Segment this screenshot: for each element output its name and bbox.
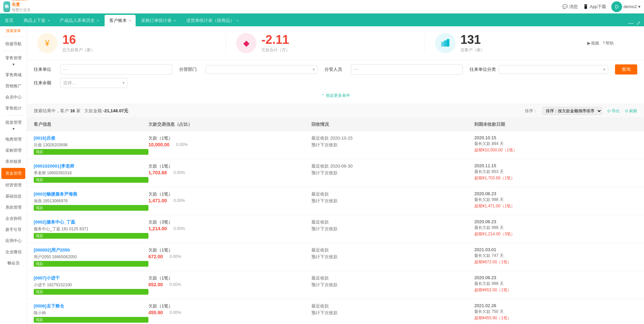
- help-btn[interactable]: ? 帮助: [603, 40, 614, 46]
- app-title: 畅捷通好生意: [12, 0, 30, 7]
- sidebar-item-capital-mgmt[interactable]: 资金管理: [1, 168, 25, 179]
- svg-rect-0: [441, 42, 444, 47]
- table-row: [0007]小进干 小进干 18279152100 现款 欠款（1笔） 652.…: [27, 271, 644, 299]
- tab-home[interactable]: 首页: [0, 15, 18, 26]
- collapse-button[interactable]: ⌃ 收起更多条件: [321, 93, 350, 98]
- export-icon: ⊙: [607, 109, 611, 113]
- tab-products[interactable]: 商品上下架 ×: [19, 15, 54, 26]
- customer-name-2[interactable]: [0003]畅捷服务尹海燕: [34, 191, 148, 197]
- filter-bar: 往来单位 ··· 分管部门 ▾ 分管人员: [27, 60, 644, 104]
- sidebar-item-system-mgmt[interactable]: 系统管理: [0, 202, 27, 213]
- sidebar-item-ecommerce[interactable]: 电商管理: [0, 134, 27, 145]
- maximize-icon[interactable]: ⤢: [636, 20, 641, 26]
- sidebar-item-corp-wechat[interactable]: 企业微信: [0, 246, 27, 258]
- chevron-down-icon: ▾: [638, 4, 641, 9]
- tab-bar: 首页 商品上下架 × 产成品入库单历史 × 客户账本 × 采购订单统计表 × 进…: [0, 13, 644, 26]
- sidebar-item-new-guide[interactable]: 新手引导: [0, 224, 27, 235]
- sidebar-item-batch-mgmt[interactable]: 批发管理 ▾: [0, 117, 27, 134]
- recovery-info-4: 最近收款 预计下次收款: [311, 247, 474, 260]
- sidebar-item-marketing[interactable]: 营销推广: [0, 81, 27, 92]
- tab-purchase-stats[interactable]: 进货单统计表（按商品） ×: [181, 15, 243, 26]
- sidebar-item-member-vip[interactable]: 畅会员: [0, 258, 27, 269]
- customer-name-4[interactable]: [000002]用户2050: [34, 247, 148, 253]
- main-content: 搜索菜单 快捷导航 零售管理 ▾ 零售商城 营销推广 会员中心 零售统计: [0, 26, 644, 324]
- customer-name-0[interactable]: [0016]吕俊: [34, 135, 148, 141]
- customer-name-1[interactable]: [0001020001]李老师: [34, 163, 148, 169]
- data-table: 客户信息 欠款交易信息（占比） 回收情况 到期未收款日期 [0016]吕俊 吕俊…: [27, 118, 644, 324]
- video-btn[interactable]: ▶ 视频: [587, 40, 599, 46]
- debt-info-6: 欠款（1笔） 455.90 0.00%: [148, 303, 311, 315]
- tab-production[interactable]: 产成品入库单历史 ×: [55, 15, 104, 26]
- customer-info-5: [0007]小进干 小进干 18279152100 现款: [34, 275, 148, 295]
- customer-phone-1: 李老师 18600391516: [34, 170, 148, 176]
- filter-balance: 往来余额 选择... ▾: [34, 78, 637, 88]
- sidebar-item-member-center[interactable]: 会员中心: [0, 92, 27, 103]
- divider: [3, 51, 24, 51]
- sidebar-item-inventory[interactable]: 库存核算: [0, 156, 27, 167]
- query-button[interactable]: 查询: [615, 64, 637, 75]
- chevron-down-icon: ▾: [313, 67, 315, 72]
- overdue-info-2: 2020.06.23 最长欠款 998 天 超期¥1,471.00（1笔）: [474, 191, 637, 209]
- sidebar-item-purchase-mgmt[interactable]: 采购管理: [0, 145, 27, 156]
- sidebar-item-enterprise[interactable]: 企业协同: [0, 213, 27, 224]
- close-icon[interactable]: ×: [48, 19, 50, 23]
- from-unit-input[interactable]: ···: [60, 64, 172, 75]
- app-logo: 畅: [3, 1, 10, 12]
- sidebar-item-retail-mall[interactable]: 零售商城: [0, 69, 27, 81]
- sidebar-item-app-center[interactable]: 应用中心: [0, 235, 27, 246]
- overdue-info-4: 2021.03.01 最长欠款 747 天 超期¥672.00（1笔）: [474, 247, 637, 265]
- stats-bar: ¥ 16 总欠款客户（家） ◆ -2.11 欠款合计（万）: [27, 26, 644, 60]
- sort-select[interactable]: 排序：按欠款金额倒序排序: [542, 107, 602, 115]
- unit-category-label: 往来单位分类: [470, 66, 496, 72]
- stat-debt-customers: ¥ 16 总欠款客户（家）: [37, 33, 226, 53]
- search-menu[interactable]: 搜索菜单: [0, 26, 27, 35]
- customer-tag-4: 现款: [34, 261, 148, 267]
- close-icon[interactable]: ×: [236, 19, 239, 23]
- result-actions: 排序： 排序：按欠款金额倒序排序 ⊙ 导出 ⊙ 刷新: [525, 107, 637, 115]
- debt-customers-number: 16: [62, 34, 95, 46]
- sidebar-item-retail-mgmt[interactable]: 零售管理 ▾: [0, 53, 27, 69]
- stat-top-actions: ▶ 视频 ? 帮助: [587, 40, 614, 46]
- overdue-info-6: 2021.02.26 最长欠款 750 天 超期¥455.90（1笔）: [474, 303, 637, 321]
- debt-info-2: 欠款（1笔） 1,471.00 0.00%: [148, 191, 311, 203]
- unit-category-input[interactable]: ▾: [499, 65, 608, 74]
- balance-input[interactable]: 选择... ▾: [60, 78, 128, 88]
- app-download-btn[interactable]: 📱 App下载: [583, 4, 606, 10]
- customer-name-3[interactable]: [0002]服务中心_丁磊: [34, 219, 148, 225]
- customer-info-6: [0006]去下粮仓 陈小帅 现款: [34, 303, 148, 323]
- sidebar-item-quick-nav[interactable]: 快捷导航: [0, 38, 27, 50]
- minimize-icon[interactable]: —: [628, 20, 634, 26]
- customer-info-4: [000002]用户2050 用户2050 18665062050 现款: [34, 247, 148, 267]
- svg-rect-2: [447, 39, 449, 47]
- sidebar-item-retail-stats[interactable]: 零售统计: [0, 103, 27, 114]
- dept-input[interactable]: ▾: [205, 65, 318, 74]
- tab-actions: — ⤢: [625, 20, 644, 26]
- close-icon[interactable]: ×: [97, 19, 99, 23]
- manager-label: 分管人员: [325, 66, 348, 72]
- close-icon[interactable]: ×: [129, 19, 131, 23]
- customer-info-2: [0003]畅捷服务尹海燕 海燕 18513066976 现款: [34, 191, 148, 211]
- customer-name-5[interactable]: [0007]小进干: [34, 275, 148, 281]
- debt-amount-number: -2.11: [261, 34, 290, 46]
- customer-phone-4: 用户2050 18665062050: [34, 254, 148, 260]
- collapse-row: ⌃ 收起更多条件: [34, 91, 637, 100]
- user-menu[interactable]: D demo2 ▾: [611, 1, 641, 12]
- message-btn[interactable]: 💬 消息: [562, 4, 578, 10]
- filter-row-1: 往来单位 ··· 分管部门 ▾ 分管人员: [34, 64, 637, 75]
- export-btn[interactable]: ⊙ 导出: [607, 108, 620, 114]
- debt-info-4: 欠款（1笔） 672.00 0.00%: [148, 247, 311, 259]
- sidebar: 搜索菜单 快捷导航 零售管理 ▾ 零售商城 营销推广 会员中心 零售统计: [0, 26, 27, 324]
- overdue-info-1: 2020.11.15 最长欠款 853 天 超期¥1,703.68（1笔）: [474, 163, 637, 181]
- sidebar-item-operation-mgmt[interactable]: 经营管理: [0, 180, 27, 191]
- chevron-down-icon: ▾: [603, 67, 605, 72]
- customer-name-6[interactable]: [0006]去下粮仓: [34, 303, 148, 309]
- refresh-btn[interactable]: ⊙ 刷新: [625, 108, 637, 114]
- tab-customer-account[interactable]: 客户账本 ×: [105, 15, 136, 26]
- tab-purchase-order[interactable]: 采购订单统计表 ×: [136, 15, 180, 26]
- header-customer-info: 客户信息: [34, 121, 148, 127]
- phone-icon: 📱: [583, 4, 588, 9]
- close-icon[interactable]: ×: [174, 19, 176, 23]
- debt-customers-icon: ¥: [37, 33, 57, 53]
- manager-input[interactable]: ···: [351, 64, 463, 75]
- sidebar-item-basic-info[interactable]: 基础信息: [0, 191, 27, 202]
